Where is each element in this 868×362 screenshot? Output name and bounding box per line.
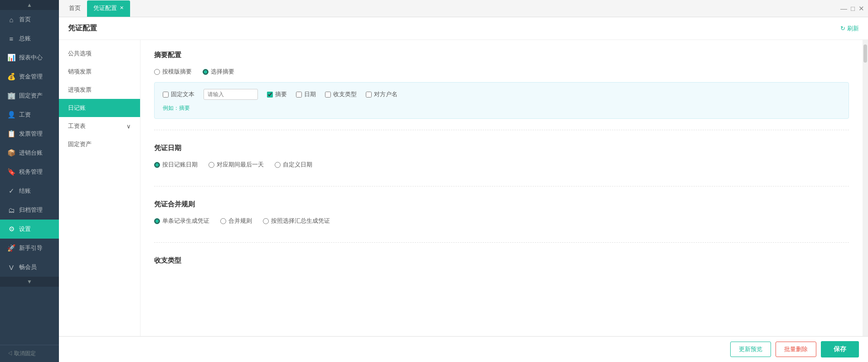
tab-bar: 首页 凭证配置 ✕ — □ ✕ (59, 0, 868, 17)
sidebar-item-vip[interactable]: V 畅会员 (0, 258, 59, 277)
merge-rules-input[interactable] (220, 218, 226, 224)
left-nav: 公共选项 销项发票 进项发票 日记账 工资表 ∨ 固定资产 (59, 40, 141, 336)
example-text: 例如：摘要 (163, 104, 840, 112)
select-total-input[interactable] (263, 218, 269, 224)
sidebar-item-settings[interactable]: ⚙ 设置 (0, 220, 59, 239)
body-layout: 公共选项 销项发票 进项发票 日记账 工资表 ∨ 固定资产 (59, 40, 868, 336)
voucher-date-title: 凭证日期 (154, 144, 849, 152)
income-type-title: 收支类型 (154, 256, 849, 265)
sidebar-unpin[interactable]: ◁ 取消固定 (0, 345, 59, 362)
by-journal-date-input[interactable] (154, 162, 160, 168)
outer-scrollbar[interactable] (863, 40, 868, 336)
sidebar-item-settle[interactable]: ✓ 结账 (0, 181, 59, 201)
refresh-icon: ↻ (840, 25, 845, 32)
summary-config-box: 固定文本 摘要 日期 (154, 82, 849, 119)
template-summary-radio[interactable]: 按模版摘要 (154, 68, 192, 76)
sidebar-item-ledger[interactable]: ≡ 总账 (0, 29, 59, 48)
sidebar-item-trade-account[interactable]: 📦 进销台账 (0, 143, 59, 162)
template-summary-input[interactable] (154, 69, 160, 75)
guide-icon: 🚀 (7, 244, 15, 252)
refresh-button[interactable]: ↻ 刷新 (840, 24, 859, 33)
select-summary-input[interactable] (203, 69, 209, 75)
sidebar-item-guide[interactable]: 🚀 新手引导 (0, 239, 59, 258)
minimize-button[interactable]: — (840, 5, 847, 13)
sidebar-item-archive[interactable]: 🗂 归档管理 (0, 201, 59, 220)
select-total-radio[interactable]: 按照选择汇总生成凭证 (263, 217, 330, 225)
close-button[interactable]: ✕ (858, 5, 864, 13)
date-input[interactable] (296, 92, 302, 98)
sidebar-item-home[interactable]: ⌂ 首页 (0, 10, 59, 29)
income-type-section: 收支类型 (154, 256, 849, 284)
tab-voucher-config[interactable]: 凭证配置 ✕ (87, 0, 130, 17)
funds-icon: 💰 (7, 73, 15, 81)
summary-checkboxes: 固定文本 摘要 日期 (163, 89, 840, 100)
by-journal-date-radio[interactable]: 按日记账日期 (154, 161, 198, 169)
home-icon: ⌂ (7, 16, 15, 24)
last-due-date-input[interactable] (209, 162, 214, 168)
sidebar-item-reports[interactable]: 📊 报表中心 (0, 48, 59, 67)
summary-config-title: 摘要配置 (154, 51, 849, 59)
scrollbar-thumb (863, 44, 867, 63)
left-nav-journal[interactable]: 日记账 (59, 99, 140, 117)
tab-close-icon[interactable]: ✕ (120, 5, 124, 11)
custom-date-radio[interactable]: 自定义日期 (275, 161, 312, 169)
single-record-radio[interactable]: 单条记录生成凭证 (154, 217, 209, 225)
content-area: 凭证配置 ↻ 刷新 公共选项 销项发票 进项发票 日记账 (59, 17, 868, 362)
last-due-date-radio[interactable]: 对应期间最后一天 (209, 161, 264, 169)
left-nav-sales-invoice[interactable]: 销项发票 (59, 63, 140, 81)
sidebar-item-fixed-assets[interactable]: 🏢 固定资产 (0, 86, 59, 105)
maximize-button[interactable]: □ (851, 5, 855, 13)
summary-checkbox[interactable]: 摘要 (267, 90, 287, 98)
left-nav-payroll[interactable]: 工资表 ∨ (59, 117, 140, 135)
settings-icon: ⚙ (7, 225, 15, 233)
bottom-bar: 更新预览 批量删除 保存 (59, 336, 868, 362)
voucher-date-radio-group: 按日记账日期 对应期间最后一天 自定义日期 (154, 161, 849, 169)
tab-home[interactable]: 首页 (63, 0, 87, 17)
sidebar-item-tax-mgmt[interactable]: 🔖 税务管理 (0, 162, 59, 181)
save-button[interactable]: 保存 (821, 341, 859, 357)
merge-rules-radio[interactable]: 合并规则 (220, 217, 252, 225)
sidebar-scroll-up[interactable]: ▲ (0, 0, 59, 10)
unpin-icon: ◁ (7, 350, 13, 357)
main-area: 首页 凭证配置 ✕ — □ ✕ 凭证配置 ↻ 刷新 公共选项 (59, 0, 868, 362)
fixed-text-input[interactable] (163, 92, 169, 98)
summary-input[interactable] (267, 92, 273, 98)
custom-date-input[interactable] (275, 162, 281, 168)
income-type-checkbox[interactable]: 收支类型 (325, 90, 357, 98)
fixed-text-checkbox[interactable]: 固定文本 (163, 90, 194, 98)
counterpart-checkbox[interactable]: 对方户名 (366, 90, 398, 98)
sidebar-item-funds[interactable]: 💰 资金管理 (0, 67, 59, 86)
select-summary-radio[interactable]: 选择摘要 (203, 68, 234, 76)
counterpart-input[interactable] (366, 92, 372, 98)
voucher-date-section: 凭证日期 按日记账日期 对应期间最后一天 自定义日期 (154, 144, 849, 186)
update-preview-button[interactable]: 更新预览 (730, 342, 771, 357)
sidebar-item-invoice-mgmt[interactable]: 📋 发票管理 (0, 124, 59, 143)
date-checkbox[interactable]: 日期 (296, 90, 316, 98)
income-type-input[interactable] (325, 92, 331, 98)
sidebar: ▲ ⌂ 首页 ≡ 总账 📊 报表中心 💰 资金管理 🏢 固定资产 👤 工资 📋 … (0, 0, 59, 362)
merge-rules-title: 凭证合并规则 (154, 200, 849, 209)
archive-icon: 🗂 (7, 206, 15, 214)
page-header: 凭证配置 ↻ 刷新 (59, 17, 868, 40)
sidebar-scroll-down[interactable]: ▼ (0, 277, 59, 287)
chevron-down-icon: ∨ (126, 123, 131, 130)
batch-delete-button[interactable]: 批量删除 (776, 342, 816, 357)
left-nav-public[interactable]: 公共选项 (59, 44, 140, 63)
left-nav-purchase-invoice[interactable]: 进项发票 (59, 81, 140, 99)
fixed-text-field[interactable] (204, 89, 258, 100)
right-content: 摘要配置 按模版摘要 选择摘要 (141, 40, 863, 336)
fixed-assets-icon: 🏢 (7, 92, 15, 100)
settle-icon: ✓ (7, 187, 15, 195)
summary-radio-group: 按模版摘要 选择摘要 (154, 68, 849, 76)
reports-icon: 📊 (7, 54, 15, 62)
ledger-icon: ≡ (7, 35, 15, 43)
single-record-input[interactable] (154, 218, 160, 224)
sidebar-item-salary[interactable]: 👤 工资 (0, 105, 59, 124)
summary-config-section: 摘要配置 按模版摘要 选择摘要 (154, 51, 849, 130)
tax-icon: 🔖 (7, 168, 15, 176)
left-nav-fixed-asset[interactable]: 固定资产 (59, 135, 140, 153)
page-title: 凭证配置 (68, 24, 97, 33)
merge-rules-radio-group: 单条记录生成凭证 合并规则 按照选择汇总生成凭证 (154, 217, 849, 225)
salary-icon: 👤 (7, 111, 15, 119)
invoice-mgmt-icon: 📋 (7, 130, 15, 138)
